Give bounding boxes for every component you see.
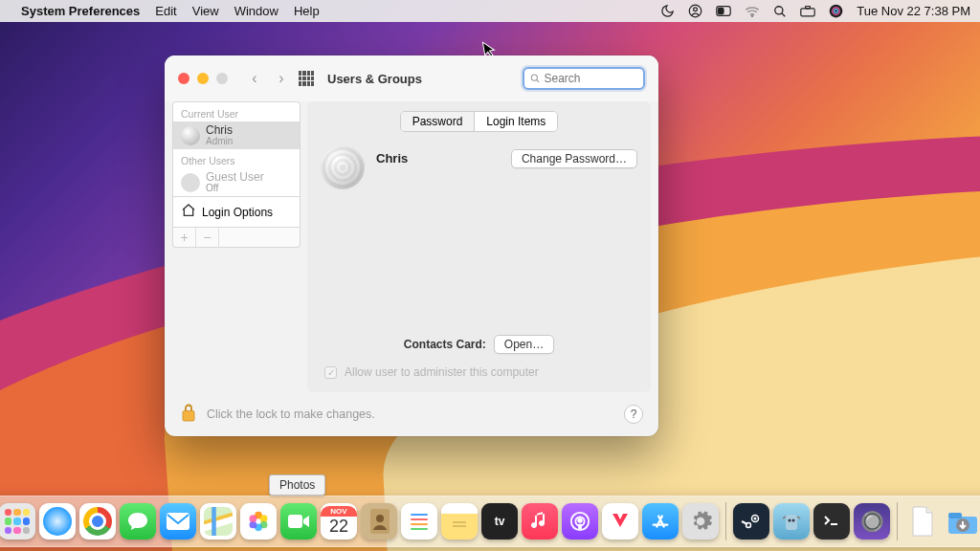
dock-launchpad[interactable]	[0, 503, 35, 540]
dock-facetime[interactable]	[280, 503, 317, 540]
dock-document[interactable]	[904, 503, 941, 540]
current-user-header: Current User	[173, 102, 300, 121]
menu-window[interactable]: Window	[234, 4, 278, 18]
help-button[interactable]: ?	[624, 405, 643, 424]
back-button[interactable]: ‹	[245, 70, 264, 87]
svg-point-30	[376, 515, 384, 522]
calendar-month: NOV	[321, 506, 357, 517]
dock-tv[interactable]: tv	[481, 503, 518, 540]
close-button[interactable]	[178, 73, 189, 84]
minimize-button[interactable]	[197, 73, 209, 84]
svg-point-27	[250, 515, 257, 522]
svg-point-9	[830, 5, 843, 18]
dock-news[interactable]	[602, 503, 638, 540]
dock-mail[interactable]	[160, 503, 196, 540]
dock-photos[interactable]	[240, 503, 277, 540]
dock-downloads[interactable]	[945, 503, 980, 540]
dock-calendar[interactable]: NOV 22	[321, 503, 357, 540]
window-toolbar: ‹ › Users & Groups	[165, 55, 658, 101]
tabs: Password Login Items	[400, 111, 559, 132]
control-center-icon[interactable]	[716, 5, 731, 17]
svg-rect-7	[801, 8, 814, 15]
svg-line-6	[782, 12, 786, 16]
dock: NOV 22 tv 🔘	[0, 496, 980, 547]
user-switch-icon[interactable]	[688, 4, 702, 18]
dock-safari[interactable]	[39, 503, 76, 540]
allow-admin-row: ✓ Allow user to administer this computer	[324, 365, 539, 379]
dock-steam[interactable]	[733, 503, 769, 540]
svg-point-42	[792, 519, 795, 522]
svg-point-12	[531, 75, 537, 80]
svg-rect-14	[183, 410, 194, 421]
svg-rect-3	[719, 8, 724, 13]
menubar: System Preferences Edit View Window Help…	[0, 0, 980, 22]
dock-terminal[interactable]	[813, 503, 850, 540]
add-user-button: +	[173, 228, 196, 247]
svg-line-13	[537, 79, 540, 82]
dock-chrome[interactable]	[79, 503, 116, 540]
users-sidebar: Current User Chris Admin Other Users Gue…	[172, 101, 301, 228]
svg-point-4	[752, 15, 753, 16]
sidebar-user-guest[interactable]: Guest User Off	[173, 168, 300, 196]
open-contacts-button[interactable]: Open…	[494, 335, 554, 354]
dock-notes[interactable]	[441, 503, 478, 540]
calendar-day: 22	[329, 517, 348, 538]
lock-text: Click the lock to make changes.	[207, 408, 375, 421]
dock-reminders[interactable]	[401, 503, 437, 540]
wifi-icon[interactable]	[745, 5, 760, 17]
do-not-disturb-icon[interactable]	[660, 4, 675, 18]
dock-contacts[interactable]	[361, 503, 397, 540]
users-groups-window: ‹ › Users & Groups Current User Chris Ad…	[165, 55, 658, 436]
guest-avatar-icon	[181, 173, 200, 192]
user-picture[interactable]	[321, 145, 365, 189]
user-name: Chris	[206, 124, 233, 136]
svg-rect-28	[288, 515, 302, 528]
svg-rect-19	[167, 513, 189, 530]
contacts-card-label: Contacts Card:	[404, 338, 486, 351]
change-password-button[interactable]: Change Password…	[511, 149, 637, 168]
dock-podcasts[interactable]	[562, 503, 598, 540]
sidebar-user-chris[interactable]: Chris Admin	[173, 121, 300, 149]
search-field[interactable]	[523, 67, 645, 90]
login-options[interactable]: Login Options	[173, 196, 300, 227]
siri-icon[interactable]	[829, 4, 843, 18]
svg-point-35	[578, 518, 582, 522]
tab-password[interactable]: Password	[401, 112, 475, 131]
house-icon	[181, 203, 196, 221]
dock-separator	[725, 502, 726, 540]
allow-admin-label: Allow user to administer this computer	[345, 365, 539, 379]
dock-system-preferences[interactable]	[682, 503, 719, 540]
lock-icon[interactable]	[180, 402, 197, 428]
svg-rect-8	[806, 6, 811, 8]
dock-tooltip: Photos	[269, 474, 325, 496]
dock-messages[interactable]	[120, 503, 156, 540]
svg-rect-44	[948, 513, 962, 518]
show-all-button[interactable]	[299, 71, 314, 86]
menu-view[interactable]: View	[192, 4, 219, 18]
dock-music[interactable]	[522, 503, 558, 540]
search-input[interactable]	[544, 72, 637, 85]
dock-separator	[897, 502, 898, 540]
login-options-label: Login Options	[202, 206, 273, 219]
svg-point-41	[789, 519, 791, 522]
tab-login-items[interactable]: Login Items	[474, 112, 557, 131]
guest-role: Off	[206, 183, 264, 193]
menubar-clock[interactable]: Tue Nov 22 7:38 PM	[857, 4, 970, 18]
menu-help[interactable]: Help	[294, 4, 320, 18]
dock-app-purple[interactable]: 🔘	[854, 503, 890, 540]
svg-point-5	[775, 6, 783, 13]
dock-appstore[interactable]	[642, 503, 679, 540]
dock-maps[interactable]	[200, 503, 236, 540]
menu-edit[interactable]: Edit	[155, 4, 176, 18]
keyboard-input-icon[interactable]	[800, 6, 815, 17]
user-fullname: Chris	[376, 151, 408, 165]
window-title: Users & Groups	[327, 72, 422, 86]
allow-admin-checkbox: ✓	[324, 366, 337, 379]
spotlight-icon[interactable]	[773, 5, 787, 18]
app-menu[interactable]: System Preferences	[21, 4, 140, 18]
other-users-header: Other Users	[173, 149, 300, 168]
user-avatar-icon	[181, 126, 200, 145]
svg-point-36	[741, 511, 762, 532]
remove-user-button: −	[196, 228, 219, 247]
dock-automator[interactable]	[773, 503, 810, 540]
